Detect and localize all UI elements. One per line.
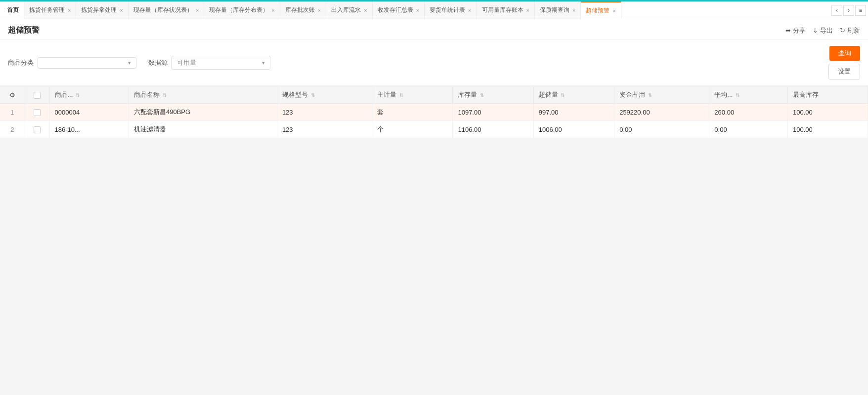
- export-icon: ⇓: [813, 27, 818, 34]
- tab-prev-button[interactable]: ‹: [831, 5, 842, 16]
- product-code-cell: 0000004: [49, 104, 129, 121]
- product-code-cell: 186-10...: [49, 121, 129, 138]
- table-row: 1 0000004 六配套新昌490BPG 123 套 1097.00 997.…: [0, 104, 868, 121]
- refresh-link[interactable]: ↻ 刷新: [840, 26, 860, 35]
- capital-usage-cell: 0.00: [614, 121, 709, 138]
- chevron-down-icon: ▾: [262, 60, 265, 66]
- data-table: ⚙ 商品... ⇅ 商品名称 ⇅ 规格型号 ⇅: [0, 86, 868, 138]
- capital-usage-cell: 259220.00: [614, 104, 709, 121]
- refresh-icon: ↻: [840, 27, 845, 34]
- close-icon[interactable]: ×: [68, 7, 71, 13]
- sort-icon: ⇅: [76, 92, 80, 98]
- max-inventory-col-header[interactable]: 最高库存: [787, 86, 868, 104]
- tab-inout-flow[interactable]: 出入库流水 ×: [326, 1, 372, 19]
- row-checkbox-cell[interactable]: [25, 121, 49, 138]
- tab-overstock[interactable]: 超储预警 ×: [581, 1, 621, 19]
- tab-inventory-dist[interactable]: 现存量（库存分布表） ×: [204, 1, 280, 19]
- export-link[interactable]: ⇓ 导出: [813, 26, 833, 35]
- close-icon[interactable]: ×: [612, 8, 615, 14]
- header-actions: ➦ 分享 ⇓ 导出 ↻ 刷新: [785, 26, 860, 35]
- close-icon[interactable]: ×: [196, 7, 199, 13]
- tab-more-button[interactable]: ≡: [855, 5, 866, 16]
- row-checkbox[interactable]: [34, 126, 41, 133]
- close-icon[interactable]: ×: [271, 7, 274, 13]
- unit-col-header[interactable]: 主计量 ⇅: [372, 86, 453, 104]
- avg-cell: 0.00: [709, 121, 788, 138]
- select-all-checkbox[interactable]: [34, 92, 41, 99]
- datasource-filter-group: 数据源 可用量 ▾: [148, 56, 270, 70]
- sort-icon: ⇅: [163, 92, 167, 98]
- max-inventory-cell: 100.00: [787, 121, 868, 138]
- spec-col-header[interactable]: 规格型号 ⇅: [277, 86, 372, 104]
- query-button[interactable]: 查询: [829, 46, 860, 61]
- capital-col-header[interactable]: 资金占用 ⇅: [614, 86, 709, 104]
- category-label: 商品分类: [8, 58, 34, 67]
- product-name-cell: 六配套新昌490BPG: [129, 104, 277, 121]
- overstock-col-header[interactable]: 超储量 ⇅: [533, 86, 614, 104]
- avg-col-header[interactable]: 平均... ⇅: [709, 86, 788, 104]
- row-num-cell: 2: [0, 121, 25, 138]
- sort-icon: ⇅: [311, 92, 315, 98]
- overstock-qty-cell: 1006.00: [533, 121, 614, 138]
- row-checkbox-cell[interactable]: [25, 104, 49, 121]
- unit-cell: 套: [372, 104, 453, 121]
- inventory-cell: 1097.00: [453, 104, 533, 121]
- product-code-col-header[interactable]: 商品... ⇅: [49, 86, 129, 104]
- spec-cell: 123: [277, 104, 372, 121]
- sort-icon: ⇅: [561, 92, 564, 98]
- table-header-row: ⚙ 商品... ⇅ 商品名称 ⇅ 规格型号 ⇅: [0, 86, 868, 104]
- sort-icon: ⇅: [480, 92, 484, 98]
- tab-inventory-status[interactable]: 现存量（库存状况表） ×: [129, 1, 204, 19]
- share-link[interactable]: ➦ 分享: [785, 26, 806, 35]
- close-icon[interactable]: ×: [468, 7, 471, 13]
- product-name-col-header[interactable]: 商品名称 ⇅: [129, 86, 277, 104]
- table-row: 2 186-10... 机油滤清器 123 个 1106.00 1006.00 …: [0, 121, 868, 138]
- close-icon[interactable]: ×: [120, 7, 123, 13]
- sort-icon: ⇅: [736, 92, 739, 98]
- close-icon[interactable]: ×: [416, 7, 419, 13]
- filter-area: 商品分类 ▾ 数据源 可用量 ▾ 查询 设置: [0, 40, 868, 86]
- tab-home[interactable]: 首页: [2, 1, 24, 19]
- tab-tanhuo-task[interactable]: 拣货任务管理 ×: [24, 1, 76, 19]
- main-content: 超储预警 ➦ 分享 ⇓ 导出 ↻ 刷新 商品分类 ▾ 数据源: [0, 19, 868, 138]
- filter-buttons: 查询 设置: [828, 46, 860, 79]
- sort-icon: ⇅: [399, 92, 403, 98]
- max-inventory-cell: 100.00: [787, 104, 868, 121]
- close-icon[interactable]: ×: [318, 7, 321, 13]
- tab-recv-send[interactable]: 收发存汇总表 ×: [373, 1, 425, 19]
- tab-shelf-life[interactable]: 保质期查询 ×: [535, 1, 581, 19]
- avg-cell: 260.00: [709, 104, 788, 121]
- set-button[interactable]: 设置: [828, 64, 860, 79]
- close-icon[interactable]: ×: [364, 7, 367, 13]
- close-icon[interactable]: ×: [526, 7, 529, 13]
- tab-bar: 首页 拣货任务管理 × 拣货异常处理 × 现存量（库存状况表） × 现存量（库存…: [0, 1, 868, 19]
- overstock-qty-cell: 997.00: [533, 104, 614, 121]
- chevron-down-icon: ▾: [128, 60, 131, 66]
- tab-next-button[interactable]: ›: [843, 5, 854, 16]
- page-header: 超储预警 ➦ 分享 ⇓ 导出 ↻ 刷新: [0, 19, 868, 40]
- tab-nav: ‹ › ≡: [831, 5, 866, 16]
- row-num-cell: 1: [0, 104, 25, 121]
- category-filter-group: 商品分类 ▾: [8, 57, 136, 69]
- settings-col-header[interactable]: ⚙: [0, 86, 25, 104]
- datasource-select[interactable]: 可用量 ▾: [172, 56, 270, 70]
- inventory-col-header[interactable]: 库存量 ⇅: [453, 86, 533, 104]
- category-select[interactable]: ▾: [38, 57, 136, 69]
- tab-avail-account[interactable]: 可用量库存账本 ×: [477, 1, 535, 19]
- spec-cell: 123: [277, 121, 372, 138]
- close-icon[interactable]: ×: [572, 7, 575, 13]
- page-title: 超储预警: [8, 25, 40, 36]
- unit-cell: 个: [372, 121, 453, 138]
- tab-order-stat[interactable]: 要货单统计表 ×: [425, 1, 477, 19]
- product-name-cell: 机油滤清器: [129, 121, 277, 138]
- row-checkbox[interactable]: [34, 109, 41, 116]
- sort-icon: ⇅: [648, 92, 652, 98]
- checkbox-col-header[interactable]: [25, 86, 49, 104]
- datasource-label: 数据源: [148, 58, 168, 67]
- tab-batch-account[interactable]: 库存批次账 ×: [280, 1, 326, 19]
- inventory-cell: 1106.00: [453, 121, 533, 138]
- datasource-value: 可用量: [177, 58, 196, 67]
- table-wrapper: ⚙ 商品... ⇅ 商品名称 ⇅ 规格型号 ⇅: [0, 86, 868, 138]
- tab-tanhuo-abnormal[interactable]: 拣货异常处理 ×: [76, 1, 128, 19]
- share-icon: ➦: [785, 27, 791, 34]
